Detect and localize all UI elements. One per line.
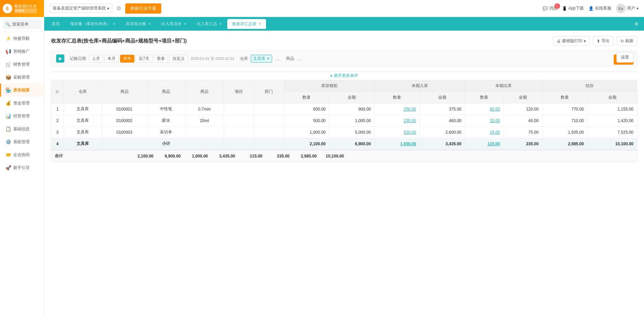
table-row: 1 文具库 0100001 中性笔 0.7mm 600.00 900.00 25… — [51, 103, 637, 115]
cell-bal-amt: 1,155.00 — [588, 103, 637, 115]
system-selector[interactable]: 装备及固定资产辅助管理系统 ▾ — [50, 4, 112, 13]
tab-inout[interactable]: 出入库流水 ✕ — [156, 19, 191, 29]
table-gear-icon[interactable]: ⚙ — [55, 89, 59, 94]
cell-in-qty[interactable]: 230.00 — [375, 115, 420, 127]
online-support-button[interactable]: 👤 在线客服 — [589, 5, 611, 11]
cell-out-qty[interactable]: 115.00 — [465, 138, 503, 150]
cell-in-qty[interactable]: 520.00 — [375, 127, 420, 138]
experience-button[interactable]: 体验行业方案 — [125, 3, 161, 14]
cell-out-qty[interactable]: 80.00 — [465, 103, 503, 115]
tabs-close-all-button[interactable]: ✕ — [631, 19, 641, 29]
date-btn-custom[interactable]: 自定义 — [169, 55, 188, 63]
message-button[interactable]: 💬 消息 6 — [543, 5, 557, 11]
sidebar-item-label: 资金管理 — [13, 100, 30, 106]
sidebar-item-basic[interactable]: 📋 基础信息 — [0, 122, 44, 135]
cell-spec: 20ml — [185, 115, 224, 127]
filter-warehouse-tag[interactable]: 文具库 ✕ — [251, 55, 272, 63]
tabs-bar: 首页 现存量（库存分布表） ✕ 库存批次账 ✕ 出入库流水 ✕ 出入库汇总 ✕ … — [44, 17, 644, 31]
cell-dept — [254, 138, 284, 150]
refresh-icon: ↻ — [621, 39, 624, 44]
finance-icon: 💰 — [5, 100, 11, 106]
app-download-button[interactable]: 📱 App下载 — [562, 5, 584, 11]
print-button[interactable]: 🖨 拨销版打印 ▾ — [553, 36, 590, 46]
cell-warehouse: 文具库 — [64, 127, 102, 138]
th-out-amt: 金额 — [503, 92, 542, 103]
sidebar-item-label: 销售管理 — [13, 62, 30, 67]
tab-stock[interactable]: 现存量（库存分布表） ✕ — [65, 19, 120, 29]
filter-date-buttons: 上月 本月 本年 近7天 更多 自定义 — [89, 55, 188, 63]
date-btn-more[interactable]: 更多 — [154, 55, 168, 63]
cell-project — [224, 103, 254, 115]
sidebar-item-collab[interactable]: 🤝 企业协同 — [0, 148, 44, 161]
guide-icon: 🚀 — [5, 165, 11, 171]
sidebar-item-system[interactable]: ⚙️ 系统管理 — [0, 135, 44, 148]
user-menu-button[interactable]: Ea 用户 ▾ — [616, 4, 639, 13]
date-btn-7days[interactable]: 近7天 — [136, 55, 152, 63]
tab-home[interactable]: 首页 — [47, 19, 65, 29]
sidebar-item-sales[interactable]: 🛒 销售管理 — [0, 58, 44, 71]
warehouse-more-dots[interactable]: ... — [275, 55, 280, 62]
sidebar-item-quicknav[interactable]: ⚡ 快捷导航 — [0, 32, 44, 45]
cell-no: 4 — [51, 138, 64, 150]
sidebar-item-label: 系统管理 — [13, 139, 30, 145]
tab-receivable-close-icon[interactable]: ✕ — [258, 22, 261, 26]
gear-settings-icon[interactable]: ⚙ — [116, 5, 121, 12]
refresh-button[interactable]: ↻ 刷新 — [617, 36, 637, 46]
footer-opening-amt: 6,900.00 — [157, 154, 184, 159]
cell-out-qty[interactable]: 20.00 — [465, 115, 503, 127]
sidebar-item-purchase[interactable]: 📦 采购管理 — [0, 71, 44, 84]
search-menu-button[interactable]: 🔍 搜索菜单 — [3, 20, 41, 29]
filter-toggle-button[interactable]: ▶ — [56, 54, 64, 63]
cell-in-qty[interactable]: 250.00 — [375, 103, 420, 115]
tab-inout-close-icon[interactable]: ✕ — [183, 22, 186, 26]
tab-receivable-label: 收发存汇总表 — [232, 21, 257, 27]
cell-project — [224, 138, 254, 150]
cell-out-qty[interactable]: 15.00 — [465, 127, 503, 138]
date-btn-last-month[interactable]: 上月 — [89, 55, 103, 63]
th-in-qty: 数量 — [375, 92, 420, 103]
cell-bal-qty: 2,985.00 — [542, 138, 588, 150]
sidebar-item-guide[interactable]: 🚀 新手引导 — [0, 161, 44, 174]
date-btn-this-month[interactable]: 本月 — [104, 55, 119, 63]
cell-in-qty[interactable]: 1,000.00 — [375, 138, 420, 150]
footer-in-amt: 3,435.00 — [211, 154, 238, 159]
tab-inout-label: 出入库流水 — [161, 21, 182, 27]
tab-batch[interactable]: 库存批次账 ✕ — [121, 19, 156, 29]
date-btn-this-year[interactable]: 本年 — [120, 55, 134, 63]
tab-batch-close-icon[interactable]: ✕ — [148, 22, 151, 26]
sidebar-item-operations[interactable]: 📊 经营管理 — [0, 110, 44, 122]
cell-opening-qty: 600.00 — [284, 103, 329, 115]
expand-label: 展开更多条件 — [334, 73, 358, 79]
cell-code — [102, 138, 147, 150]
topbar-actions: 💬 消息 6 📱 App下载 👤 在线客服 Ea 用户 ▾ — [543, 4, 639, 13]
phone-icon: 📱 — [562, 6, 567, 11]
topbar: 装备及固定资产辅助管理系统 ▾ ⚙ 体验行业方案 💬 消息 6 📱 App下载 … — [44, 0, 644, 17]
filter-area: ▶ 记账日期 上月 本月 本年 近7天 更多 自定义 2023-01-01 至 … — [51, 51, 637, 66]
filter-warehouse-tag-close-icon[interactable]: ✕ — [267, 56, 270, 61]
cell-warehouse: 文具库 — [64, 103, 102, 115]
goods-more-dots[interactable]: ... — [297, 55, 302, 62]
setting-button[interactable]: 设置 — [616, 52, 633, 63]
expand-more-button[interactable]: ▾ 展开更多条件 — [51, 71, 637, 80]
tab-summary-close-icon[interactable]: ✕ — [219, 22, 222, 26]
tab-stock-close-icon[interactable]: ✕ — [113, 22, 116, 26]
sidebar-search[interactable]: 🔍 搜索菜单 — [0, 17, 44, 32]
sidebar-item-label: 企业协同 — [13, 152, 30, 158]
filter-container: ▶ 记账日期 上月 本月 本年 近7天 更多 自定义 2023-01-01 至 … — [51, 51, 637, 80]
tab-receivable[interactable]: 收发存汇总表 ✕ — [227, 19, 266, 29]
sidebar-item-inventory[interactable]: 🏪 库存核算 — [0, 84, 44, 97]
user-avatar: Ea — [616, 4, 626, 13]
cell-out-amt: 120.00 — [503, 103, 542, 115]
tab-summary[interactable]: 出入库汇总 ✕ — [192, 19, 227, 29]
cell-warehouse: 文具库 — [64, 115, 102, 127]
cell-in-amt: 2,600.00 — [420, 127, 465, 138]
sidebar-item-marketing[interactable]: 📢 营销推广 — [0, 45, 44, 58]
online-support-label: 在线客服 — [595, 5, 611, 11]
sidebar-nav: ⚡ 快捷导航 📢 营销推广 🛒 销售管理 📦 采购管理 🏪 库存核算 💰 资金管… — [0, 32, 44, 314]
sidebar-item-finance[interactable]: 💰 资金管理 — [0, 97, 44, 110]
cell-code: 0100002 — [102, 115, 147, 127]
data-table-wrapper: ⚙ 仓库 商品 商品 商品 项目 部门 库存期初 本期入库 本期出库 结存 — [51, 80, 637, 162]
cell-code: 0100003 — [102, 127, 147, 138]
footer-in-qty: 1,000.00 — [184, 154, 211, 159]
export-button[interactable]: ⬆ 导出 — [593, 36, 613, 46]
